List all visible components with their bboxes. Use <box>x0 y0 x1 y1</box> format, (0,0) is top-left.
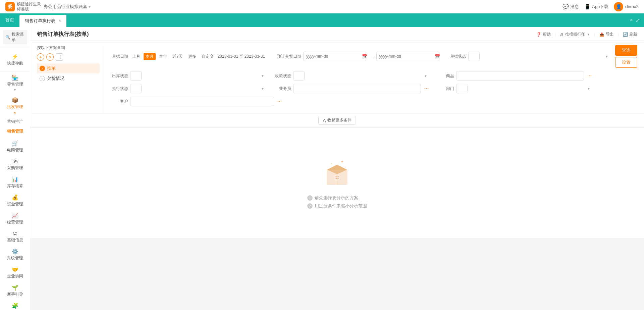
execution-status-select-wrap: ▼ <box>130 84 267 93</box>
salesperson-more-btn[interactable]: ··· <box>423 86 430 92</box>
filter-nav-按单[interactable]: ✓ 按单 <box>37 63 100 73</box>
settings-button[interactable]: 设置 <box>615 57 637 68</box>
logo-area[interactable]: 畅 畅捷通好生意 标准版 <box>5 2 41 11</box>
search-menu-btn[interactable]: 🔍 搜索菜单 <box>3 30 27 44</box>
filter-field-expected-date: 预计交货日期 📅 — 📅 <box>277 52 442 61</box>
search-icon: 🔍 <box>5 35 10 40</box>
system-icon: ⚙️ <box>12 248 18 255</box>
refresh-btn[interactable]: 🔄 刷新 <box>623 32 637 37</box>
expected-date-from-wrap: 📅 <box>303 52 369 61</box>
tab-close-btn[interactable]: × <box>59 18 61 23</box>
expected-date-range: 📅 — 📅 <box>303 52 442 61</box>
page-header: 销售订单执行表(按单) ❓ 帮助 | 🖨 按模板打印 ▼ | 📤 导出 | <box>30 27 644 41</box>
date-tab-more[interactable]: 更多 <box>186 53 198 60</box>
payment-status-select[interactable] <box>293 71 305 81</box>
date-tabs: 上月 本月 本年 近7天 更多 自定义 <box>130 53 216 60</box>
sidebar-item-appstore[interactable]: 🧩 应用中心 <box>0 300 30 310</box>
expected-date-from[interactable] <box>303 52 366 61</box>
department-select[interactable] <box>456 84 468 93</box>
sidebar-item-marketing[interactable]: 营销推广 <box>0 117 30 126</box>
expand-window-btn[interactable]: ⤢ <box>636 17 640 23</box>
filter-right: 单据日期 上月 本月 本年 近7天 更多 自定义 2023-03-01 至 20… <box>108 45 637 113</box>
tab-home[interactable]: 首页 <box>0 13 19 27</box>
expected-date-to[interactable] <box>376 52 439 61</box>
delivery-status-select-wrap: ▼ <box>130 71 267 81</box>
expected-date-label: 预计交货日期 <box>277 54 301 59</box>
app-download-btn[interactable]: 📱 App下载 <box>584 4 608 10</box>
collapse-more-btn[interactable]: ⋀ 收起更多条件 <box>318 116 356 125</box>
date-tab-custom[interactable]: 自定义 <box>200 53 216 60</box>
collapse-up-icon: ⋀ <box>323 118 326 123</box>
quick-nav-icon: ⚡ <box>12 53 18 60</box>
sidebar-item-ecommerce[interactable]: 🛒 电商管理 <box>0 138 30 156</box>
empty-icon: ✦ ✦ ✦ <box>320 155 354 188</box>
sidebar-search-area: 🔍 搜索菜单 <box>0 27 30 48</box>
delivery-status-label: 出库状态 <box>108 73 128 79</box>
sidebar-item-inventory[interactable]: 📊 库存核算 <box>0 173 30 192</box>
filter-row-3: 执行状态 ▼ 业务员 ··· 部门 <box>108 84 637 93</box>
goods-more-btn[interactable]: ··· <box>586 73 593 79</box>
divider-2: | <box>594 32 595 37</box>
basic-icon: 🗂 <box>12 230 18 237</box>
divider-3: | <box>618 32 619 37</box>
step-num-2: 2 <box>307 203 313 209</box>
add-scheme-btn[interactable]: + <box>37 53 44 61</box>
sidebar-item-purchase[interactable]: 🛍 采购管理 <box>0 156 30 173</box>
sidebar-item-system[interactable]: ⚙️ 系统管理 <box>0 246 30 264</box>
customer-more-btn[interactable]: ··· <box>276 98 283 104</box>
sidebar-item-enterprise[interactable]: 🤝 企业协同 <box>0 264 30 282</box>
svg-point-10 <box>336 176 337 177</box>
status-select[interactable] <box>468 52 480 61</box>
expected-date-to-wrap: 📅 <box>376 52 442 61</box>
sidebar-item-basic[interactable]: 🗂 基础信息 <box>0 228 30 246</box>
message-btn[interactable]: 💬 消息 <box>562 4 579 10</box>
execution-chevron-icon: ▼ <box>261 87 264 91</box>
date-tab-this-month[interactable]: 本月 <box>144 53 156 60</box>
filter-panel: 按以下方案查询 + ✎ 《 ✓ 按单 ○ 欠货情况 <box>30 41 644 113</box>
step-num-1: 1 <box>307 195 313 201</box>
main-layout: 🔍 搜索菜单 ⚡ 快捷导航 🏪 零售管理 ▼ 📦 批发管理 ▲ 营销推广 销售管… <box>0 27 644 310</box>
content-area: 销售订单执行表(按单) ❓ 帮助 | 🖨 按模板打印 ▼ | 📤 导出 | <box>30 27 644 310</box>
filter-section-title: 按以下方案查询 <box>37 45 100 51</box>
svg-text:✦: ✦ <box>344 166 346 168</box>
date-tab-recent7[interactable]: 近7天 <box>170 53 185 60</box>
query-button[interactable]: 查询 <box>615 45 637 56</box>
user-area[interactable]: 👤 demo2 <box>614 2 639 11</box>
filter-row-4: 客户 ··· <box>108 97 637 106</box>
date-tab-prev-month[interactable]: 上月 <box>130 53 142 60</box>
sidebar-item-batch-mgmt[interactable]: 📦 批发管理 ▲ <box>0 94 30 117</box>
divider-1: | <box>555 32 556 37</box>
customer-input[interactable] <box>130 97 274 106</box>
sidebar-item-finance[interactable]: 💰 资金管理 <box>0 192 30 210</box>
export-btn[interactable]: 📤 导出 <box>599 32 614 37</box>
sidebar-item-sales[interactable]: 销售管理 <box>0 126 30 136</box>
filter-add-btns: + ✎ 《 <box>37 53 100 61</box>
sidebar-item-operation[interactable]: 📈 经营管理 <box>0 210 30 228</box>
print-btn[interactable]: 🖨 按模板打印 ▼ <box>560 32 590 37</box>
tab-bar: 首页 销售订单执行表 × × ⤢ <box>0 13 644 27</box>
salesperson-input[interactable] <box>293 84 421 93</box>
collapse-left-btn[interactable]: 《 <box>56 53 63 61</box>
filter-nav-欠货情况[interactable]: ○ 欠货情况 <box>37 73 100 84</box>
sidebar-item-quick-nav[interactable]: ⚡ 快捷导航 <box>1 51 29 69</box>
execution-status-select[interactable] <box>130 84 142 93</box>
close-window-btn[interactable]: × <box>630 17 633 23</box>
breadcrumb-expand-btn[interactable]: ▾ <box>89 4 91 9</box>
help-btn[interactable]: ❓ 帮助 <box>536 32 551 37</box>
date-tab-this-year[interactable]: 本年 <box>157 53 169 60</box>
action-btns: 查询 设置 <box>615 45 637 68</box>
salesperson-label: 业务员 <box>271 86 291 92</box>
tab-active[interactable]: 销售订单执行表 × <box>19 15 66 27</box>
status-label: 单据状态 <box>446 54 466 59</box>
top-bar-left: 畅 畅捷通好生意 标准版 办公用品行业模拟账套 ▾ <box>5 2 91 11</box>
sidebar: 🔍 搜索菜单 ⚡ 快捷导航 🏪 零售管理 ▼ 📦 批发管理 ▲ 营销推广 销售管… <box>0 27 30 310</box>
sidebar-item-newbie[interactable]: 🌱 新手引导 <box>0 282 30 300</box>
empty-step-1: 1 请先选择要分析的方案 <box>307 195 367 201</box>
goods-input[interactable] <box>456 71 584 81</box>
delivery-status-select[interactable] <box>130 71 142 81</box>
svg-point-11 <box>338 176 339 177</box>
edit-scheme-btn[interactable]: ✎ <box>46 53 54 61</box>
purchase-icon: 🛍 <box>12 158 18 164</box>
logo-text: 畅捷通好生意 标准版 <box>17 2 41 11</box>
sidebar-item-zero-retail[interactable]: 🏪 零售管理 ▼ <box>0 72 30 94</box>
